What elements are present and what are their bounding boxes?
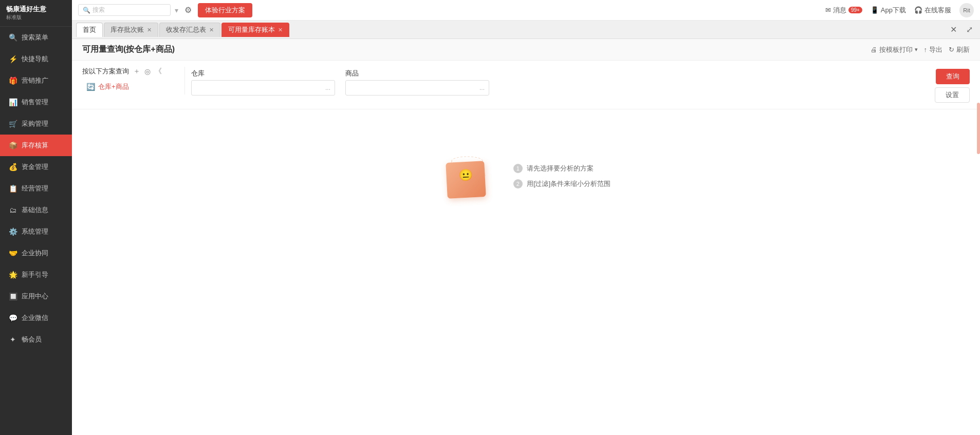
sidebar-item-app-center[interactable]: 🔲应用中心 [0,286,72,307]
tip-text-1: 请先选择要分析的方案 [527,164,594,173]
sidebar-item-label: 资金管理 [22,162,48,172]
topbar-actions: ✉ 消息 99+ 📱 App下载 🎧 在线客服 Rit [825,3,974,17]
main-area: 🔍 搜索 ▾ ⚙ 体验行业方案 ✉ 消息 99+ 📱 App下载 🎧 在线客服 … [72,0,980,435]
export-label: 导出 [929,45,942,54]
close-tab-button[interactable]: ✕ [947,24,960,35]
topbar-search-box[interactable]: 🔍 搜索 [78,4,171,16]
sidebar-item-label: 销售管理 [22,98,48,107]
tab-receive-summary[interactable]: 收发存汇总表✕ [159,23,220,37]
app-center-icon: 🔲 [8,292,17,300]
operations-icon: 📋 [8,184,17,193]
sidebar-item-label: 畅会员 [22,335,42,344]
page-title: 可用量查询(按仓库+商品) [82,44,175,55]
print-icon: 🖨 [871,46,877,53]
scheme-settings-icon[interactable]: ◎ [144,67,151,75]
sidebar-item-label: 系统管理 [22,227,48,236]
app-download-action[interactable]: 📱 App下载 [871,6,906,15]
sidebar-item-purchase-mgmt[interactable]: 🛒采购管理 [0,113,72,135]
sidebar-item-label: 基础信息 [22,205,48,215]
inventory-icon: 📦 [8,141,17,149]
topbar-gear-icon[interactable]: ⚙ [182,3,194,17]
sidebar-item-label: 经营管理 [22,184,48,193]
username-label: Rit [963,7,970,13]
filter-option-warehouse-product[interactable]: 🔄 仓库+商品 [82,79,176,94]
add-scheme-icon[interactable]: ＋ [133,67,140,76]
product-filter-field: 商品 ... [345,69,489,96]
sidebar-item-label: 企业协同 [22,249,48,258]
online-service-action[interactable]: 🎧 在线客服 [914,6,951,15]
sidebar-item-wechat[interactable]: 💬企业微信 [0,307,72,329]
tab-home[interactable]: 首页 [76,23,103,37]
warehouse-input[interactable]: ... [191,80,335,96]
tab-close-icon[interactable]: ✕ [278,27,283,33]
sidebar-item-newbie[interactable]: 🌟新手引导 [0,264,72,286]
vip-icon: ✦ [8,335,17,344]
sidebar-item-label: 库存核算 [22,141,48,150]
warehouse-more-icon[interactable]: ... [325,84,330,91]
tabbar: 首页库存批次账✕收发存汇总表✕可用量库存账本✕ ✕ ⤢ [72,21,980,39]
search-dropdown-icon[interactable]: ▾ [175,6,178,14]
sidebar-item-enterprise[interactable]: 🤝企业协同 [0,242,72,264]
search-icon: 🔍 [83,7,90,14]
maximize-button[interactable]: ⤢ [963,24,976,35]
topbar: 🔍 搜索 ▾ ⚙ 体验行业方案 ✉ 消息 99+ 📱 App下载 🎧 在线客服 … [72,0,980,21]
filter-section: 按以下方案查询 ＋ ◎ 《 🔄 仓库+商品 仓库 [72,61,980,109]
filter-right-panel: 仓库 ... 商品 [191,67,970,103]
sidebar-scroll: 🔍搜索菜单⚡快捷导航🎁营销推广📊销售管理🛒采购管理📦库存核算💰资金管理📋经营管理… [0,27,72,435]
filter-left-panel: 按以下方案查询 ＋ ◎ 《 🔄 仓库+商品 [82,67,185,94]
page-titlebar: 可用量查询(按仓库+商品) 🖨 按模板打印 ▾ ↑ 导出 ↻ 刷新 [72,39,980,61]
print-template-button[interactable]: 🖨 按模板打印 ▾ [871,45,918,54]
sidebar-item-search[interactable]: 🔍搜索菜单 [0,27,72,48]
tab-close-icon[interactable]: ✕ [209,27,214,33]
tab-inventory-batch[interactable]: 库存批次账✕ [104,23,158,37]
page-content: 可用量查询(按仓库+商品) 🖨 按模板打印 ▾ ↑ 导出 ↻ 刷新 [72,39,980,435]
sidebar-item-operations[interactable]: 📋经营管理 [0,178,72,199]
sidebar-item-label: 快捷导航 [22,54,48,64]
search-icon: 🔍 [8,33,17,42]
sidebar-item-finance[interactable]: 💰资金管理 [0,156,72,178]
tab-close-icon[interactable]: ✕ [147,27,152,33]
tab-label: 首页 [83,25,96,34]
sidebar-item-marketing-promo[interactable]: 🎁营销推广 [0,70,72,91]
tip-num-1: 1 [513,164,523,173]
titlebar-actions: 🖨 按模板打印 ▾ ↑ 导出 ↻ 刷新 [871,45,970,54]
empty-state: 😐 1 请先选择要分析的方案 2 用[过滤]条件来缩小分析范围 [72,109,980,243]
sidebar-item-label: 搜索菜单 [22,33,48,42]
product-input[interactable]: ... [345,80,489,96]
sidebar-item-basic-info[interactable]: 🗂基础信息 [0,199,72,221]
filter-scheme-label: 按以下方案查询 [82,67,129,76]
sidebar-item-shortcut[interactable]: ⚡快捷导航 [0,48,72,70]
sidebar-item-inventory[interactable]: 📦库存核算 [0,135,72,156]
sidebar-item-label: 营销推广 [22,76,48,85]
message-icon: ✉ [825,6,831,14]
settings-button[interactable]: 设置 [935,87,970,103]
empty-tip-2: 2 用[过滤]条件来缩小分析范围 [513,179,611,188]
shortcut-icon: ⚡ [8,55,17,63]
refresh-label: 刷新 [956,45,970,54]
sidebar-item-label: 企业微信 [22,313,48,323]
collapse-icon[interactable]: 《 [155,67,162,76]
sidebar-item-system[interactable]: ⚙️系统管理 [0,221,72,242]
product-more-icon[interactable]: ... [479,84,485,91]
empty-tip-1: 1 请先选择要分析的方案 [513,164,611,173]
user-avatar[interactable]: Rit [959,3,974,17]
refresh-icon: ↻ [949,46,954,53]
messages-badge: 99+ [848,7,862,13]
warehouse-label: 仓库 [191,69,335,78]
query-button[interactable]: 查询 [936,69,970,84]
empty-state-content: 😐 1 请先选择要分析的方案 2 用[过滤]条件来缩小分析范围 [441,150,611,202]
refresh-button[interactable]: ↻ 刷新 [949,45,970,54]
industry-solution-button[interactable]: 体验行业方案 [198,3,252,17]
sales-mgmt-icon: 📊 [8,98,17,106]
tab-available-ledger[interactable]: 可用量库存账本✕ [221,23,289,37]
messages-action[interactable]: ✉ 消息 99+ [825,6,862,15]
empty-illustration: 😐 [441,150,493,202]
sidebar-item-vip[interactable]: ✦畅会员 [0,329,72,350]
filter-scheme-header: 按以下方案查询 ＋ ◎ 《 [82,67,176,76]
sidebar-item-sales-mgmt[interactable]: 📊销售管理 [0,91,72,113]
export-button[interactable]: ↑ 导出 [924,45,943,54]
basic-info-icon: 🗂 [8,206,17,214]
filter-actions: 查询 设置 [935,69,970,103]
logo-title: 畅康通好生意 [6,5,66,14]
tab-label: 可用量库存账本 [228,25,275,34]
